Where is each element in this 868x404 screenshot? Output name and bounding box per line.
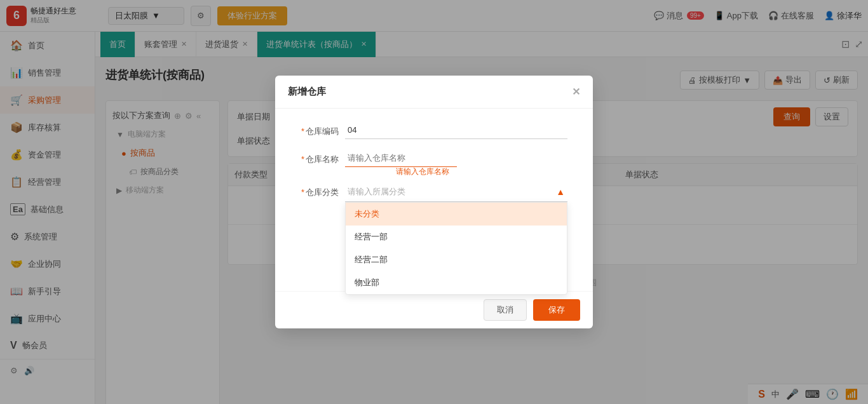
code-label: 仓库编码 [301, 121, 345, 137]
option-dept1[interactable]: 经营一部 [346, 226, 567, 248]
dialog-body: 仓库编码 仓库名称 请输入仓库名称 仓库分类 请输入所属分类 ▲ [275, 109, 593, 215]
dialog-footer: 取消 保存 [275, 291, 593, 328]
name-input[interactable] [345, 149, 457, 167]
code-input[interactable] [345, 121, 567, 139]
option-property[interactable]: 物业部 [346, 271, 567, 294]
name-error: 请输入仓库名称 [396, 166, 449, 177]
form-row-category: 仓库分类 请输入所属分类 ▲ 未分类 经营一部 经营二部 物业部 [301, 182, 567, 202]
dialog-title: 新增仓库 [288, 86, 326, 98]
dialog-header: 新增仓库 ✕ [275, 76, 593, 109]
cancel-button[interactable]: 取消 [484, 299, 527, 321]
option-dept2[interactable]: 经营二部 [346, 248, 567, 271]
modal-overlay: 新增仓库 ✕ 仓库编码 仓库名称 请输入仓库名称 仓库分类 [0, 0, 868, 404]
option-unclassified[interactable]: 未分类 [346, 203, 567, 226]
category-placeholder: 请输入所属分类 [348, 186, 405, 198]
dialog-add-warehouse: 新增仓库 ✕ 仓库编码 仓库名称 请输入仓库名称 仓库分类 [275, 76, 593, 328]
category-label: 仓库分类 [301, 182, 345, 198]
save-button[interactable]: 保存 [533, 299, 580, 321]
category-dropdown-list: 未分类 经营一部 经营二部 物业部 [345, 202, 567, 295]
form-row-code: 仓库编码 [301, 121, 567, 139]
form-row-name: 仓库名称 请输入仓库名称 [301, 149, 567, 167]
dropdown-up-icon: ▲ [556, 187, 565, 197]
dialog-close-button[interactable]: ✕ [572, 86, 580, 98]
name-label: 仓库名称 [301, 149, 345, 165]
category-dropdown-toggle[interactable]: 请输入所属分类 ▲ [345, 182, 567, 202]
